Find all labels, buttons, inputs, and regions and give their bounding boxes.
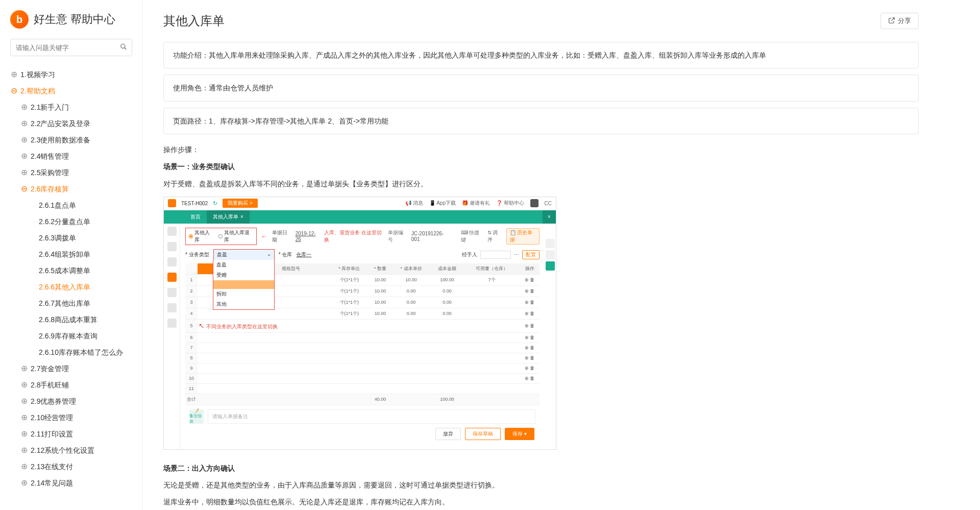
nav-2-11[interactable]: ⊕2.11打印设置	[10, 426, 132, 442]
nav-icon	[167, 257, 177, 266]
ss-cc: CC	[545, 201, 552, 206]
th-num	[185, 263, 198, 275]
ss-content: 其他入库 其他入库退库 ← 单据日期 2019-12-26 入库、退货业务 在这…	[180, 224, 545, 449]
share-button[interactable]: 分享	[880, 13, 919, 29]
role-text: 通常由仓管人员维护	[209, 84, 273, 92]
nav-2-6-4[interactable]: 2.6.4组装拆卸单	[10, 246, 132, 262]
nav-video[interactable]: ⊕1.视频学习	[10, 66, 132, 83]
nav-2-8[interactable]: ⊕2.8手机旺铺	[10, 377, 132, 393]
nav-2-6-9[interactable]: 2.6.9库存账本查询	[10, 328, 132, 344]
ss-help: ❓ 帮助中心	[496, 200, 524, 207]
table-row: 10⊕ 🗑	[185, 373, 540, 383]
ss-tabs: 首页 其他入库单× ×	[164, 210, 556, 224]
remark-input: 请输入单据备注	[208, 409, 535, 424]
nav-2-13[interactable]: ⊕2.13在线支付	[10, 458, 132, 475]
nav-2-7[interactable]: ⊕2.7资金管理	[10, 360, 132, 377]
plus-icon: ⊕	[20, 365, 28, 372]
arrow-icon: ↖	[199, 322, 205, 330]
ss-body: 其他入库 其他入库退库 ← 单据日期 2019-12-26 入库、退货业务 在这…	[164, 224, 556, 449]
nav-2-6-1[interactable]: 2.6.1盘点单	[10, 197, 132, 213]
buy-button: 我要购买 >	[223, 199, 258, 208]
nav-2-3[interactable]: ⊕2.3使用前数据准备	[10, 132, 132, 148]
nav-icon	[167, 242, 177, 251]
wh-value: 仓库一	[296, 251, 311, 258]
path-label: 页面路径：	[173, 117, 209, 125]
ss-row2: * 业务类型 盘盈⌄ 盘盈 受赠 拆卸 其他	[185, 249, 540, 260]
role-block: 使用角色：通常由仓管人员维护	[163, 75, 919, 101]
link-shortcut: ⌨ 快捷键	[461, 229, 483, 244]
plus-icon: ⊕	[20, 414, 28, 421]
ss-app: 📱 App下载	[429, 200, 456, 207]
nav-2-5[interactable]: ⊕2.5采购管理	[10, 164, 132, 181]
nav-icon	[167, 319, 177, 328]
ss-msg: 📢 消息	[405, 200, 423, 207]
plus-icon: ⊕	[20, 479, 28, 487]
nav-icon	[167, 303, 177, 312]
table-sum: 合计40.00100.00	[185, 394, 540, 405]
close-icon: ×	[240, 214, 243, 220]
radio-icon	[189, 234, 193, 238]
tool-icon	[546, 239, 555, 248]
nav-2-10[interactable]: ⊕2.10经营管理	[10, 409, 132, 426]
biz-dropdown: 盘盈⌄ 盘盈 受赠 拆卸 其他	[213, 249, 275, 260]
ss-row2-right: 经手人 ⋯ 配置	[462, 250, 540, 259]
ss-topbar: TEST-H002 ↻ 我要购买 > 📢 消息 📱 App下载 🎁 邀请有礼 ❓…	[164, 197, 556, 210]
tool-icon	[546, 261, 555, 271]
ss-top-right: 📢 消息 📱 App下载 🎁 邀请有礼 ❓ 帮助中心 CC	[405, 199, 552, 207]
link-history: 📋 历史单据	[506, 228, 540, 245]
field-person: 经手人	[462, 251, 477, 258]
avatar-icon	[530, 199, 538, 207]
nav-2-14[interactable]: ⊕2.14常见问题	[10, 475, 132, 491]
plus-icon: ⊕	[20, 120, 28, 127]
content-area: 操作步骤： 场景一：业务类型确认 对于受赠、盘盈或是拆装入库等不同的业务，是通过…	[163, 143, 919, 510]
search-icon[interactable]	[120, 43, 127, 52]
draft-button: 保存草稿	[465, 428, 501, 440]
nav-2-2[interactable]: ⊕2.2产品安装及登录	[10, 115, 132, 132]
doc-no: JC-20191226-001	[411, 231, 450, 242]
nav-2-6-8[interactable]: 2.6.8商品成本重算	[10, 311, 132, 328]
plus-icon: ⊕	[20, 381, 28, 388]
app-logo-icon	[168, 199, 176, 207]
plus-icon: ⊕	[20, 447, 28, 454]
nav-2-6-2[interactable]: 2.6.2分量盘点单	[10, 213, 132, 230]
scene2-p2: 退库业务中，明细数量均以负值红色展示。无论是入库还是退库，库存账均记在入库方向。	[163, 496, 919, 508]
nav-2-6-3[interactable]: 2.6.3调拨单	[10, 230, 132, 246]
path-text: 1、库存核算->库存管理->其他入库单 2、首页->常用功能	[209, 117, 388, 125]
remark-icon: 📝备注信息	[189, 409, 204, 424]
dd-selected: 盘盈⌄	[214, 250, 274, 260]
plus-icon: ⊕	[20, 136, 28, 143]
nav-2-12[interactable]: ⊕2.12系统个性化设置	[10, 442, 132, 458]
nav-2-6-10[interactable]: 2.6.10库存账本错了怎么办	[10, 344, 132, 360]
config-btn: 配置	[522, 250, 540, 259]
th-unit: * 库存单位	[330, 263, 369, 275]
nav-icon	[167, 227, 177, 236]
nav-2-6-6[interactable]: 2.6.6其他入库单	[10, 279, 132, 295]
table-row: 9⊕ 🗑	[185, 363, 540, 373]
table-row: 8⊕ 🗑	[185, 353, 540, 363]
ss-tab-home: 首页	[184, 210, 207, 224]
dd-item: 盘盈	[213, 260, 274, 270]
ss-footer: 📝备注信息 请输入单据备注	[185, 405, 540, 428]
dd-list: 盘盈 受赠 拆卸 其他	[213, 260, 275, 310]
th-avail: 可用量（仓库）	[464, 263, 520, 275]
nav-2-1[interactable]: ⊕2.1新手入门	[10, 99, 132, 115]
radio-in: 其他入库	[189, 229, 213, 244]
nav-2-9[interactable]: ⊕2.9优惠券管理	[10, 393, 132, 409]
nav-2-6[interactable]: ⊖2.6库存核算	[10, 181, 132, 197]
plus-icon: ⊕	[20, 169, 28, 176]
intro-block: 功能介绍：其他入库单用来处理除采购入库、产成品入库之外的其他入库业务，因此其他入…	[163, 42, 919, 68]
ss-tenant: TEST-H002	[181, 201, 208, 206]
nav-help-docs[interactable]: ⊖2.帮助文档	[10, 83, 132, 99]
date-value: 2019-12-26	[296, 231, 321, 242]
table-row: 7⊕ 🗑	[185, 343, 540, 353]
screenshot-image: TEST-H002 ↻ 我要购买 > 📢 消息 📱 App下载 🎁 邀请有礼 ❓…	[163, 197, 556, 450]
svg-point-0	[121, 44, 125, 48]
nav-2-6-7[interactable]: 2.6.7其他出库单	[10, 295, 132, 311]
arrow-icon: ←	[261, 232, 268, 240]
nav-2-6-5[interactable]: 2.6.5成本调整单	[10, 262, 132, 279]
field-wh-label: * 仓库	[279, 251, 292, 258]
dd-item: 受赠	[213, 270, 274, 280]
minus-icon: ⊖	[20, 185, 28, 192]
search-input[interactable]	[10, 39, 132, 56]
nav-2-4[interactable]: ⊕2.4销售管理	[10, 148, 132, 164]
